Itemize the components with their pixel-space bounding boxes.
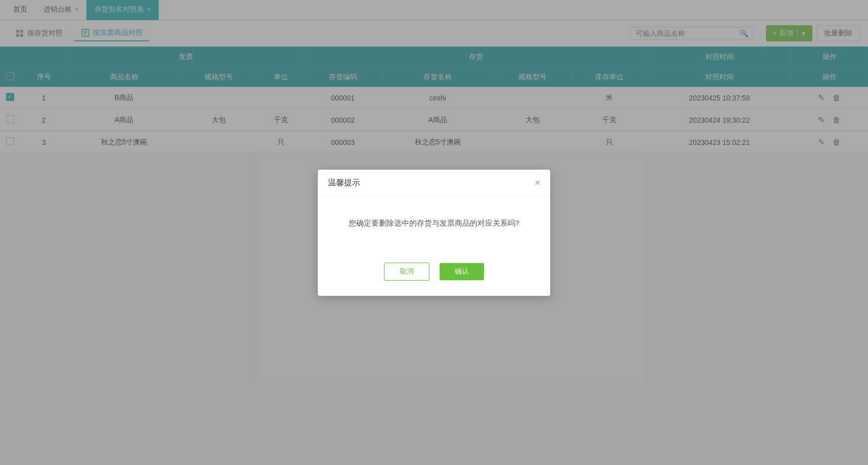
dialog-footer: 取消 确认 xyxy=(318,252,550,296)
dialog-overlay: 温馨提示 × 您确定要删除选中的存货与发票商品的对应关系吗? 取消 确认 xyxy=(0,0,868,465)
dialog-close-button[interactable]: × xyxy=(535,178,540,187)
dialog-title: 温馨提示 xyxy=(328,178,360,188)
dialog-body: 您确定要删除选中的存货与发票商品的对应关系吗? xyxy=(318,197,550,252)
dialog-confirm-label: 确认 xyxy=(455,267,469,275)
confirm-dialog: 温馨提示 × 您确定要删除选中的存货与发票商品的对应关系吗? 取消 确认 xyxy=(318,170,550,296)
dialog-header: 温馨提示 × xyxy=(318,170,550,197)
dialog-cancel-button[interactable]: 取消 xyxy=(384,263,429,281)
dialog-cancel-label: 取消 xyxy=(400,267,414,275)
dialog-message: 您确定要删除选中的存货与发票商品的对应关系吗? xyxy=(349,219,519,227)
dialog-confirm-button[interactable]: 确认 xyxy=(440,263,484,280)
